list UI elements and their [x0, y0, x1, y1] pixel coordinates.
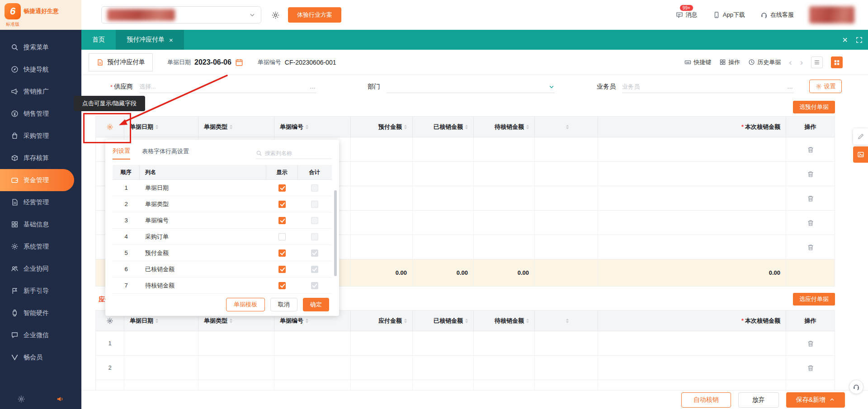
sidebar-item-member[interactable]: 畅会员	[0, 346, 81, 368]
trial-solution-button[interactable]: 体验行业方案	[288, 7, 341, 23]
doc-type-chip[interactable]: 预付冲应付单	[89, 53, 153, 71]
sort-icon[interactable]	[465, 125, 468, 129]
shortcut-keys-button[interactable]: 快捷键	[684, 58, 711, 66]
confirm-button[interactable]: 确定	[303, 298, 329, 311]
sort-icon[interactable]	[566, 125, 569, 129]
show-checkbox[interactable]	[278, 249, 286, 257]
top-header: 6 畅捷通好生意 标准版 体验行业方案 99+ 消息 App下载 在线客服	[0, 0, 868, 30]
table-row[interactable]: 1	[96, 331, 835, 356]
card-view-button[interactable]	[831, 56, 843, 68]
delete-row-icon[interactable]	[807, 340, 814, 347]
service-float-button[interactable]	[849, 380, 863, 394]
sidebar-item-marketing[interactable]: 营销推广	[0, 80, 81, 103]
show-checkbox[interactable]	[278, 233, 286, 240]
sort-icon[interactable]	[230, 125, 232, 129]
sidebar-item-sales[interactable]: 销售管理	[0, 103, 81, 125]
table-row[interactable]: 2	[96, 356, 835, 380]
sort-icon[interactable]	[156, 125, 158, 129]
supplier-input[interactable]: 选择... …	[139, 80, 316, 93]
summary-unsettled-amount: 0.00	[474, 259, 535, 286]
online-service-button[interactable]: 在线客服	[760, 11, 794, 19]
sidebar-item-search-menu[interactable]: 搜索菜单	[0, 36, 81, 58]
sidebar-item-funds[interactable]: 资金管理	[0, 169, 74, 191]
select-prepay-docs-button[interactable]: 选预付单据	[793, 101, 835, 113]
sidebar-item-beginner-guide[interactable]: 新手引导	[0, 280, 81, 302]
calendar-icon[interactable]	[235, 58, 243, 66]
show-checkbox[interactable]	[278, 282, 286, 289]
sort-icon[interactable]	[306, 319, 308, 323]
list-view-button[interactable]	[811, 56, 823, 68]
sort-icon[interactable]	[465, 319, 468, 323]
doc-template-button[interactable]: 单据模板	[226, 298, 265, 311]
supplier-picker-icon[interactable]: …	[310, 83, 316, 90]
department-select[interactable]	[387, 80, 555, 93]
popup-scrollbar[interactable]	[334, 190, 337, 276]
delete-row-icon[interactable]	[807, 170, 814, 178]
feedback-float-button[interactable]	[853, 128, 868, 145]
tab-prepay-writeoff[interactable]: 预付冲应付单 ×	[116, 30, 184, 50]
delete-row-icon[interactable]	[807, 244, 814, 251]
show-checkbox[interactable]	[278, 184, 286, 192]
discard-button[interactable]: 放弃	[738, 392, 779, 408]
announcement-speaker-icon[interactable]	[56, 395, 64, 403]
sort-icon[interactable]	[404, 125, 407, 129]
next-doc-icon[interactable]: ›	[800, 58, 803, 66]
sidebar-item-purchase[interactable]: 采购管理	[0, 125, 81, 147]
delete-row-icon[interactable]	[807, 146, 814, 153]
doc-number-value[interactable]: CF-20230606-001	[285, 59, 336, 66]
sort-icon[interactable]	[566, 319, 569, 323]
sidebar-settings-gear-icon[interactable]	[17, 395, 25, 403]
prev-doc-icon[interactable]: ‹	[789, 58, 792, 66]
sort-icon[interactable]	[404, 319, 407, 323]
tab-font-settings[interactable]: 表格字体行高设置	[142, 147, 189, 159]
chevron-down-icon[interactable]	[548, 84, 555, 90]
column-settings-gear-icon[interactable]	[106, 123, 113, 131]
sidebar-item-quick-nav[interactable]: 快捷导航	[0, 58, 81, 80]
cancel-button[interactable]: 取消	[270, 298, 297, 311]
salesman-input[interactable]: 业务员 …	[622, 80, 794, 93]
sort-icon[interactable]	[306, 125, 308, 129]
sidebar-item-smart-hardware[interactable]: 智能硬件	[0, 302, 81, 324]
operations-button[interactable]: 操作	[719, 58, 740, 66]
sidebar-item-basic-info[interactable]: 基础信息	[0, 213, 81, 235]
sidebar-item-inventory[interactable]: 库存核算	[0, 147, 81, 169]
tab-column-settings[interactable]: 列设置	[113, 147, 130, 160]
settings-button[interactable]: 设置	[809, 80, 842, 93]
sidebar-item-collaboration[interactable]: 企业协同	[0, 258, 81, 280]
sort-icon[interactable]	[230, 319, 232, 323]
sort-icon[interactable]	[156, 319, 158, 323]
doc-date-value[interactable]: 2023-06-06	[194, 58, 231, 66]
column-search-input[interactable]	[265, 150, 325, 156]
select-payable-docs-button[interactable]: 选应付单据	[793, 293, 835, 306]
column-search-box[interactable]	[256, 147, 332, 159]
sidebar-item-system[interactable]: 系统管理	[0, 235, 81, 258]
delete-row-icon[interactable]	[807, 364, 814, 371]
close-all-tabs-icon[interactable]: ×	[842, 35, 848, 44]
delete-row-icon[interactable]	[807, 195, 814, 202]
delete-row-icon[interactable]	[807, 219, 814, 226]
save-and-new-button[interactable]: 保存&新增	[786, 392, 845, 408]
column-settings-gear-icon[interactable]	[106, 317, 113, 324]
show-checkbox[interactable]	[278, 266, 286, 273]
header-settings-gear-icon[interactable]	[271, 11, 280, 19]
salesman-picker-icon[interactable]: …	[787, 83, 794, 90]
show-checkbox[interactable]	[278, 201, 286, 208]
sort-icon[interactable]	[526, 125, 529, 129]
fullscreen-icon[interactable]	[856, 37, 863, 43]
close-tab-icon[interactable]: ×	[169, 36, 173, 44]
sidebar-item-wecom[interactable]: 企业微信	[0, 324, 81, 346]
theme-float-button[interactable]	[853, 146, 868, 163]
popup-footer: 单据模板 取消 确定	[113, 294, 332, 315]
messages-button[interactable]: 99+ 消息	[676, 11, 698, 19]
history-docs-button[interactable]: 历史单据	[748, 58, 781, 66]
sidebar-item-operations[interactable]: 经营管理	[0, 191, 81, 213]
organization-select[interactable]	[101, 6, 261, 24]
messages-badge: 99+	[679, 5, 693, 11]
app-download-button[interactable]: App下载	[713, 11, 745, 19]
document-icon	[96, 59, 104, 66]
sort-icon[interactable]	[526, 319, 529, 323]
tab-home[interactable]: 首页	[81, 30, 116, 50]
image-icon	[857, 151, 864, 158]
auto-writeoff-button[interactable]: 自动核销	[681, 392, 731, 408]
show-checkbox[interactable]	[278, 217, 286, 224]
